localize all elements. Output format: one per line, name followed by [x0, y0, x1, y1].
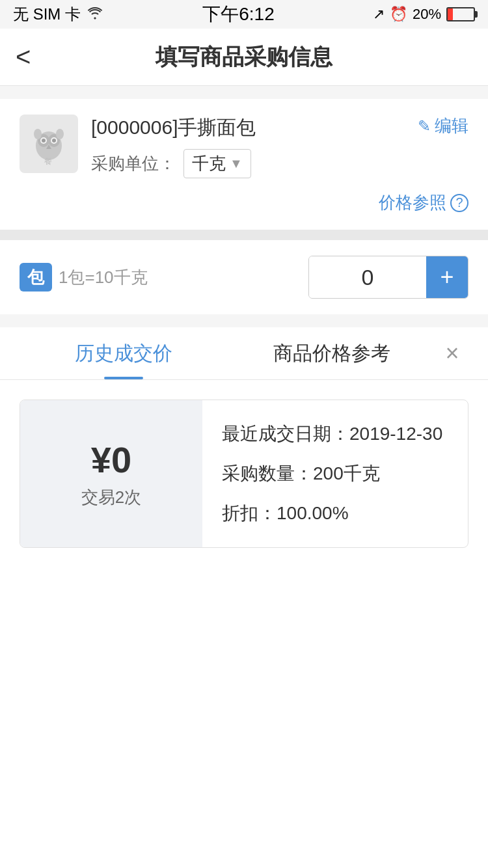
transaction-qty: 采购数量：200千克 — [222, 459, 448, 489]
tab-section: 历史成交价 商品价格参考 × ¥0 交易2次 最近成交日期：2019-12-30… — [0, 327, 488, 567]
price-ref-help-icon: ? — [450, 194, 468, 212]
location-icon: ↗ — [373, 6, 385, 23]
transaction-card: ¥0 交易2次 最近成交日期：2019-12-30 采购数量：200千克 折扣：… — [20, 400, 468, 548]
product-bottom: 价格参照 ? — [20, 191, 468, 214]
svg-point-5 — [42, 139, 46, 142]
transaction-discount: 折扣：100.00% — [222, 499, 448, 528]
price-value: 0 — [111, 439, 131, 480]
battery-percent: 20% — [413, 6, 441, 23]
price-ref-button[interactable]: 价格参照 ? — [379, 191, 468, 214]
currency-symbol: ¥ — [91, 439, 111, 480]
section-divider — [0, 230, 488, 240]
qty-value: 200千克 — [313, 463, 380, 483]
battery-fill — [448, 8, 453, 20]
product-info: [0000006]手撕面包 采购单位： 千克 ▼ — [91, 115, 418, 178]
quantity-plus-button[interactable]: + — [426, 256, 468, 298]
product-card: 餐 [0000006]手撕面包 采购单位： 千克 ▼ ✎ 编辑 价格参照 ? — [0, 99, 488, 230]
page-bottom — [0, 567, 488, 868]
status-bar: 无 SIM 卡 下午6:12 ↗ ⏰ 20% — [0, 0, 488, 29]
unit-dropdown-arrow: ▼ — [230, 156, 243, 171]
tab-product-label: 商品价格参考 — [273, 340, 390, 367]
discount-label: 折扣： — [222, 503, 277, 523]
battery-icon — [446, 7, 475, 21]
status-left: 无 SIM 卡 — [13, 4, 104, 25]
unit-conversion: 1包=10千克 — [59, 266, 148, 289]
unit-info: 包 1包=10千克 — [20, 263, 148, 292]
transaction-left: ¥0 交易2次 — [20, 400, 202, 547]
quantity-input[interactable] — [309, 256, 426, 298]
edit-button[interactable]: ✎ 编辑 — [418, 115, 468, 137]
tab-product-price[interactable]: 商品价格参考 — [228, 327, 436, 379]
product-left: 餐 [0000006]手撕面包 采购单位： 千克 ▼ — [20, 115, 418, 178]
edit-label: 编辑 — [435, 115, 468, 137]
price-ref-label: 价格参照 — [379, 191, 446, 214]
svg-point-8 — [34, 129, 42, 139]
transaction-right: 最近成交日期：2019-12-30 采购数量：200千克 折扣：100.00% — [202, 400, 468, 547]
svg-point-6 — [52, 139, 56, 142]
close-icon: × — [445, 340, 459, 367]
tab-close-button[interactable]: × — [436, 337, 468, 370]
carrier-label: 无 SIM 卡 — [13, 4, 81, 25]
quantity-control: + — [308, 256, 468, 299]
svg-point-9 — [56, 129, 64, 139]
alarm-icon: ⏰ — [390, 6, 407, 23]
status-right: ↗ ⏰ 20% — [373, 6, 475, 23]
svg-text:餐: 餐 — [44, 157, 52, 166]
back-button[interactable]: < — [16, 42, 31, 72]
transaction-section: ¥0 交易2次 最近成交日期：2019-12-30 采购数量：200千克 折扣：… — [0, 380, 488, 567]
wifi-icon — [86, 5, 104, 23]
transaction-price: ¥0 — [91, 439, 131, 481]
page-title: 填写商品采购信息 — [156, 42, 332, 72]
unit-value: 千克 — [192, 152, 226, 175]
tab-history-price[interactable]: 历史成交价 — [20, 327, 228, 379]
transaction-count: 交易2次 — [81, 486, 141, 509]
product-thumbnail: 餐 — [20, 115, 78, 173]
quantity-row: 包 1包=10千克 + — [0, 240, 488, 314]
tab-header: 历史成交价 商品价格参考 × — [0, 327, 488, 380]
nav-bar: < 填写商品采购信息 — [0, 29, 488, 86]
unit-select[interactable]: 千克 ▼ — [183, 149, 251, 178]
product-unit-row: 采购单位： 千克 ▼ — [91, 149, 418, 178]
transaction-date: 最近成交日期：2019-12-30 — [222, 420, 448, 449]
edit-icon: ✎ — [418, 117, 431, 135]
product-header: 餐 [0000006]手撕面包 采购单位： 千克 ▼ ✎ 编辑 — [20, 115, 468, 178]
tab-history-label: 历史成交价 — [75, 340, 172, 367]
unit-box: 包 — [20, 263, 52, 292]
product-name: [0000006]手撕面包 — [91, 115, 418, 141]
status-time: 下午6:12 — [202, 2, 275, 27]
discount-value: 100.00% — [277, 503, 349, 523]
unit-label: 采购单位： — [91, 152, 176, 175]
qty-label: 采购数量： — [222, 463, 313, 483]
date-value: 2019-12-30 — [349, 424, 442, 444]
date-label: 最近成交日期： — [222, 424, 349, 444]
